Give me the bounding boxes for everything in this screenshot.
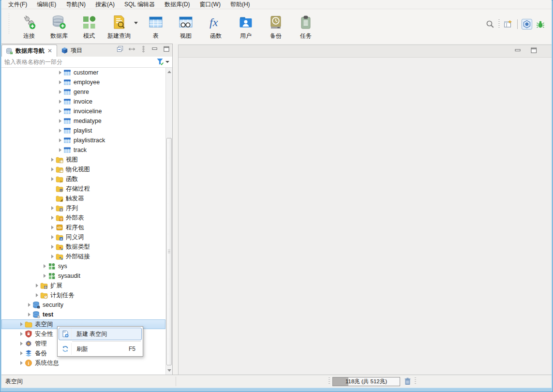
tree-item-物化视图[interactable]: 物化视图 xyxy=(1,165,165,174)
expand-arrow-icon[interactable] xyxy=(49,177,56,181)
menu-item[interactable]: 窗口(W) xyxy=(196,0,224,10)
heap-memory-gauge[interactable]: 118兆 (共 512兆) xyxy=(332,377,400,386)
context-menu-item[interactable]: 刷新F5 xyxy=(59,343,142,355)
expand-arrow-icon[interactable] xyxy=(49,235,56,239)
context-menu-item[interactable]: 新建 表空间 xyxy=(59,328,142,340)
tree-item-存储过程[interactable]: 存储过程 xyxy=(1,184,165,194)
memory-drag-handle[interactable] xyxy=(329,377,330,385)
dbeaver-perspective-icon[interactable] xyxy=(522,19,532,30)
expand-arrow-icon[interactable] xyxy=(57,148,63,152)
expand-arrow-icon[interactable] xyxy=(18,361,25,365)
expand-arrow-icon[interactable] xyxy=(49,167,56,171)
search-icon[interactable] xyxy=(485,19,495,30)
filter-funnel-icon[interactable] xyxy=(156,58,164,67)
link-editor-icon[interactable] xyxy=(128,45,135,53)
toolbar-button[interactable]: 备份 xyxy=(261,12,291,42)
debug-perspective-icon[interactable] xyxy=(535,19,546,30)
menu-item[interactable]: 搜索(A) xyxy=(91,0,119,10)
filter-dropdown-caret-icon[interactable] xyxy=(165,61,169,63)
tree-item-外部表[interactable]: 外部表 xyxy=(1,213,165,223)
expand-arrow-icon[interactable] xyxy=(18,351,25,355)
tree-item-sys[interactable]: sys xyxy=(1,261,165,271)
expand-arrow-icon[interactable] xyxy=(49,226,56,229)
garbage-collect-trash-icon[interactable] xyxy=(403,377,412,386)
editor-maximize-icon[interactable] xyxy=(531,47,537,55)
tree-item-程序包[interactable]: </>程序包 xyxy=(1,223,165,232)
expand-arrow-icon[interactable] xyxy=(57,71,63,75)
expand-arrow-icon[interactable] xyxy=(33,293,40,297)
tree-item-customer[interactable]: customer xyxy=(1,68,165,77)
menu-item[interactable]: 导航(N) xyxy=(62,0,90,10)
toolbar-button[interactable]: 模式 xyxy=(74,12,104,42)
expand-arrow-icon[interactable] xyxy=(49,158,56,162)
toolbar-button[interactable]: 数据库 xyxy=(44,12,74,42)
expand-arrow-icon[interactable] xyxy=(41,274,48,278)
new-query-dropdown-caret-icon[interactable] xyxy=(134,22,138,24)
tree-item-playlisttrack[interactable]: playlisttrack xyxy=(1,136,165,145)
tree-item-playlist[interactable]: playlist xyxy=(1,126,165,136)
menu-item[interactable]: 数据库(D) xyxy=(161,0,194,10)
expand-arrow-icon[interactable] xyxy=(57,129,63,133)
open-perspective-icon[interactable] xyxy=(503,19,513,30)
expand-arrow-icon[interactable] xyxy=(26,303,32,307)
maximize-icon[interactable] xyxy=(163,45,170,53)
tab-close-icon[interactable]: ✕ xyxy=(47,47,53,54)
expand-arrow-icon[interactable] xyxy=(57,80,63,84)
expand-arrow-icon[interactable] xyxy=(18,322,25,326)
panel-tab[interactable]: 数据库导航✕ xyxy=(1,45,57,57)
tree-item-invoice[interactable]: invoice xyxy=(1,97,165,106)
editor-minimize-icon[interactable] xyxy=(515,47,521,55)
tree-item-数据类型[interactable]: 数据类型 xyxy=(1,242,165,252)
toolbar-button[interactable]: 新建查询 xyxy=(104,12,134,42)
tree-item-计划任务[interactable]: 计划任务 xyxy=(1,290,165,300)
menu-item[interactable]: SQL 编辑器 xyxy=(120,0,159,10)
tree-item-触发器[interactable]: 触发器 xyxy=(1,194,165,203)
expand-arrow-icon[interactable] xyxy=(57,90,63,94)
tree-item-employee[interactable]: employee xyxy=(1,77,165,87)
expand-arrow-icon[interactable] xyxy=(26,313,32,317)
tree-item-test[interactable]: test xyxy=(1,310,165,319)
expand-arrow-icon[interactable] xyxy=(57,100,63,104)
scroll-up-button[interactable] xyxy=(166,68,172,75)
expand-arrow-icon[interactable] xyxy=(57,109,63,113)
tree-item-invoiceline[interactable]: invoiceline xyxy=(1,106,165,116)
expand-arrow-icon[interactable] xyxy=(49,206,56,210)
tree-item-视图[interactable]: 视图 xyxy=(1,155,165,165)
expand-arrow-icon[interactable] xyxy=(57,119,63,123)
expand-arrow-icon[interactable] xyxy=(57,138,63,142)
tree-item-同义词[interactable]: A同义词 xyxy=(1,232,165,242)
menu-item[interactable]: 帮助(H) xyxy=(226,0,254,10)
expand-arrow-icon[interactable] xyxy=(41,264,48,268)
tree-item-security[interactable]: security xyxy=(1,300,165,310)
expand-arrow-icon[interactable] xyxy=(49,216,56,220)
toolbar-button[interactable]: fx函数 xyxy=(201,12,231,42)
toolbar-button[interactable]: 连接 xyxy=(14,12,44,42)
memory-drag-handle-right[interactable] xyxy=(415,377,416,385)
panel-sash[interactable] xyxy=(173,44,178,375)
toolbar-button[interactable]: 用户 xyxy=(231,12,261,42)
toolbar-drag-handle[interactable] xyxy=(8,14,10,35)
expand-arrow-icon[interactable] xyxy=(33,284,40,287)
tree-item-系统信息[interactable]: i系统信息 xyxy=(1,358,165,368)
tree-item-track[interactable]: track xyxy=(1,145,165,155)
tree-item-扩展[interactable]: 扩展 xyxy=(1,281,165,290)
view-menu-icon[interactable] xyxy=(140,45,147,53)
tree-scrollbar[interactable] xyxy=(165,68,172,375)
tree-item-外部链接[interactable]: 外部链接 xyxy=(1,252,165,261)
menu-item[interactable]: 编辑(E) xyxy=(33,0,60,10)
expand-arrow-icon[interactable] xyxy=(18,332,25,336)
tree-item-genre[interactable]: genre xyxy=(1,87,165,97)
toolbar-drag-handle[interactable] xyxy=(498,19,500,29)
expand-arrow-icon[interactable] xyxy=(49,245,56,249)
toolbar-button[interactable]: 任务 xyxy=(291,12,321,42)
tree-item-mediatype[interactable]: mediatype xyxy=(1,116,165,126)
tree-item-序列[interactable]: 1序列 xyxy=(1,203,165,213)
toolbar-button[interactable]: 视图 xyxy=(171,12,201,42)
minimize-icon[interactable] xyxy=(151,45,159,53)
tree-item-函数[interactable]: fx函数 xyxy=(1,174,165,184)
scroll-down-button[interactable] xyxy=(166,367,172,374)
expand-arrow-icon[interactable] xyxy=(18,342,25,346)
menu-item[interactable]: 文件(F) xyxy=(4,0,31,10)
tree-item-sysaudit[interactable]: sysaudit xyxy=(1,271,165,281)
table-name-filter-input[interactable] xyxy=(1,57,156,67)
